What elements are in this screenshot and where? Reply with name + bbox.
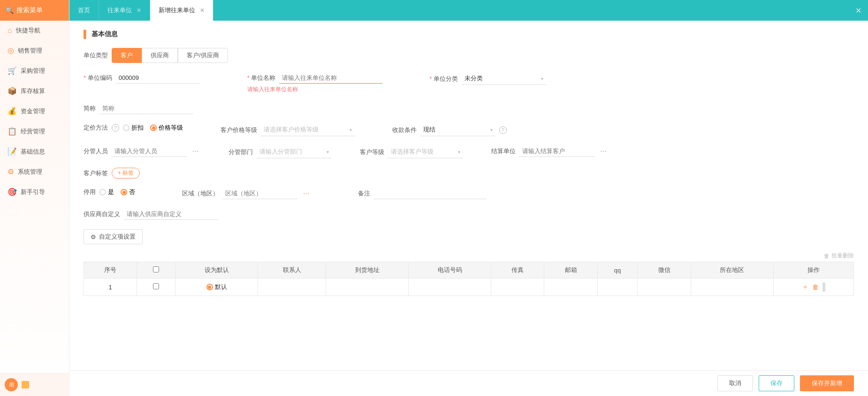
scroll-handle[interactable] xyxy=(822,282,825,292)
gear-icon: ⚙ xyxy=(91,233,96,241)
sidebar-item-finance[interactable]: 💰 资金管理 xyxy=(0,101,69,121)
select-all-checkbox[interactable] xyxy=(153,266,159,272)
customer-price-level-select[interactable]: 请选择客户价格等级 ▾ xyxy=(261,124,355,136)
tab-new-partner[interactable]: 新增往来单位 ✕ xyxy=(150,0,213,21)
sidebar-item-quick-nav[interactable]: ⌂ 快捷导航 xyxy=(0,21,69,40)
sidebar-item-label: 基础信息 xyxy=(21,148,45,156)
customer-level-label: 客户等级 xyxy=(360,148,384,156)
close-all-tabs[interactable]: ✕ xyxy=(849,6,868,15)
col-default: 设为默认 xyxy=(175,262,258,279)
unit-name-input[interactable] xyxy=(279,72,382,84)
sidebar-item-system[interactable]: ⚙ 系统管理 xyxy=(0,162,69,182)
pricing-method-label: 定价方法 xyxy=(84,124,108,132)
supplier-custom-field: 供应商自定义 xyxy=(84,209,218,220)
unit-code-label: 单位编码 xyxy=(84,74,112,82)
col-region: 所在地区 xyxy=(691,262,773,279)
tab-partner[interactable]: 往来单位 ✕ xyxy=(99,0,150,21)
type-btn-supplier[interactable]: 供应商 xyxy=(142,48,178,63)
col-checkbox xyxy=(137,262,175,279)
disabled-field: 停用 是 否 xyxy=(84,188,135,196)
delete-row-icon[interactable]: 🗑 xyxy=(812,283,819,291)
manager-field: 分管人员 ··· xyxy=(84,146,200,157)
manager-more-btn[interactable]: ··· xyxy=(190,147,200,155)
row-qq xyxy=(597,279,638,296)
tab-home-label: 首页 xyxy=(78,6,90,15)
sidebar-item-label: 采购管理 xyxy=(21,67,45,75)
trash-icon: 🗑 xyxy=(824,253,830,259)
disabled-radio-group: 是 否 xyxy=(99,188,135,196)
payment-help-icon[interactable]: ? xyxy=(499,126,507,134)
tabs-bar: 首页 往来单位 ✕ 新增往来单位 ✕ ✕ xyxy=(69,0,868,21)
add-row-icon[interactable]: ＋ xyxy=(802,283,808,291)
region-field: 区域（地区） ··· xyxy=(182,188,311,199)
tab-new-partner-label: 新增往来单位 xyxy=(159,6,195,15)
row-phone xyxy=(409,279,491,296)
settlement-more-btn[interactable]: ··· xyxy=(598,147,608,155)
row-checkbox-input[interactable] xyxy=(153,283,159,289)
cancel-button[interactable]: 取消 xyxy=(717,375,753,391)
col-contact: 联系人 xyxy=(258,262,326,279)
row-address xyxy=(326,279,409,296)
sidebar-item-operations[interactable]: 📋 经营管理 xyxy=(0,121,69,141)
unit-code-input[interactable] xyxy=(116,72,200,84)
disabled-no-radio[interactable]: 否 xyxy=(121,188,135,196)
customer-level-placeholder: 请选择客户等级 xyxy=(391,148,456,156)
type-btn-customer[interactable]: 客户 xyxy=(112,48,142,63)
sales-icon: ◎ xyxy=(8,46,14,55)
main-content: 首页 往来单位 ✕ 新增往来单位 ✕ ✕ ▌ 基本信息 单位类型 客户 供应商 xyxy=(69,0,868,396)
unit-category-label: 单位分类 xyxy=(429,75,458,83)
short-name-input[interactable] xyxy=(99,103,193,114)
discount-radio-circle xyxy=(123,124,129,131)
sidebar-item-basic-info[interactable]: 📝 基础信息 xyxy=(0,141,69,162)
unit-category-field: 单位分类 未分类 ▾ xyxy=(429,72,546,85)
remarks-field: 备注 xyxy=(358,188,487,199)
pricing-discount-radio[interactable]: 折扣 xyxy=(123,124,144,132)
batch-delete-label[interactable]: 批量删除 xyxy=(831,252,854,260)
no-radio-circle xyxy=(121,189,127,195)
payment-terms-label: 收款条件 xyxy=(392,126,417,134)
customer-price-level-field: 客户价格等级 请选择客户价格等级 ▾ xyxy=(221,124,355,136)
misc-row: 停用 是 否 区域（地区） ··· 备注 xyxy=(84,188,854,199)
sidebar-item-guide[interactable]: 🎯 新手引导 xyxy=(0,182,69,202)
row-checkbox xyxy=(137,279,175,296)
tab-home[interactable]: 首页 xyxy=(69,0,99,21)
manager-input[interactable] xyxy=(112,146,187,157)
department-select[interactable]: 请输入分管部门 ▾ xyxy=(257,146,332,158)
sidebar: 🔍 搜索菜单 ⌂ 快捷导航 ◎ 销售管理 🛒 采购管理 📦 库存核算 💰 资金管… xyxy=(0,0,69,396)
default-radio-circle xyxy=(206,284,213,290)
tab-partner-close[interactable]: ✕ xyxy=(137,7,141,14)
avatar: 用 xyxy=(5,378,18,391)
unit-category-select[interactable]: 未分类 ▾ xyxy=(462,72,546,85)
pricing-help-icon[interactable]: ? xyxy=(112,124,119,132)
customer-level-select[interactable]: 请选择客户等级 ▾ xyxy=(388,146,463,158)
row-default-radio[interactable]: 默认 xyxy=(180,283,253,291)
sidebar-search[interactable]: 🔍 搜索菜单 xyxy=(0,0,69,21)
payment-terms-select[interactable]: 现结 ▾ xyxy=(420,124,495,136)
row-contact xyxy=(258,279,326,296)
settlement-unit-input[interactable] xyxy=(519,146,594,157)
region-more-btn[interactable]: ··· xyxy=(301,189,311,198)
sidebar-item-sales[interactable]: ◎ 销售管理 xyxy=(0,40,69,61)
batch-delete-bar: 🗑 批量删除 xyxy=(84,252,854,260)
sidebar-item-purchase[interactable]: 🛒 采购管理 xyxy=(0,61,69,81)
tab-new-partner-close[interactable]: ✕ xyxy=(200,7,205,14)
sidebar-search-label: 搜索菜单 xyxy=(16,6,43,15)
contact-table: 序号 设为默认 联系人 到货地址 电话号码 传真 邮箱 qq 微信 所在地区 操… xyxy=(84,262,854,296)
save-button[interactable]: 保存 xyxy=(759,375,794,391)
add-tag-button[interactable]: + 标签 xyxy=(112,168,140,179)
region-input[interactable] xyxy=(222,188,297,199)
supplier-custom-input[interactable] xyxy=(124,209,218,220)
guide-icon: 🎯 xyxy=(8,187,17,196)
inventory-icon: 📦 xyxy=(8,86,17,95)
notification-icon[interactable] xyxy=(22,381,29,388)
sidebar-item-inventory[interactable]: 📦 库存核算 xyxy=(0,81,69,101)
purchase-icon: 🛒 xyxy=(8,66,17,75)
pricing-level-radio[interactable]: 价格等级 xyxy=(150,124,183,132)
remarks-input[interactable] xyxy=(374,188,487,199)
disabled-yes-radio[interactable]: 是 xyxy=(99,188,114,196)
price-level-label: 价格等级 xyxy=(159,124,183,132)
custom-settings-button[interactable]: ⚙ 自定义项设置 xyxy=(84,229,143,244)
pricing-radio-group: 折扣 价格等级 xyxy=(123,124,183,132)
type-btn-both[interactable]: 客户/供应商 xyxy=(178,48,228,63)
save-new-button[interactable]: 保存并新增 xyxy=(800,375,854,391)
